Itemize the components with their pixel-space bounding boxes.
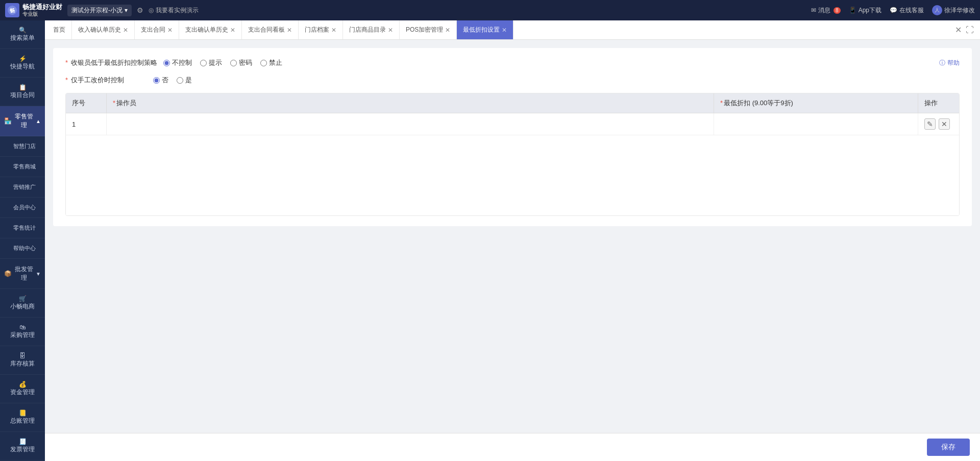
tab-close-all-icon[interactable]: ✕ — [955, 25, 962, 35]
sidebar: 🔍 搜索菜单 ⚡ 快捷导航 📋 项目合同 🏪 零售管理 ▲ 智慧门店 零售商城 … — [0, 20, 45, 461]
ledger-icon: 📒 — [4, 409, 41, 417]
tab-min-discount-close[interactable]: ✕ — [502, 27, 507, 34]
message-badge: 8 — [834, 7, 841, 14]
tab-store-file-close[interactable]: ✕ — [331, 27, 336, 34]
edit-row-btn[interactable]: ✎ — [924, 118, 936, 130]
sidebar-item-ecommerce[interactable]: 🛒 小畅电商 — [0, 289, 45, 318]
service-icon: 💬 — [890, 7, 897, 14]
tab-payment-history[interactable]: 支出确认单历史 ✕ — [179, 20, 242, 40]
shortcut-icon: ⚡ — [4, 55, 41, 62]
policy-required-star: * — [65, 59, 68, 66]
form-card: * 收银员低于最低折扣控制策略 不控制 提示 — [53, 48, 972, 226]
manual-yes[interactable]: 是 — [177, 76, 192, 85]
tab-payment-history-close[interactable]: ✕ — [230, 27, 235, 34]
sidebar-item-retail-stats[interactable]: 零售统计 — [0, 218, 45, 238]
tab-pos-manage-close[interactable]: ✕ — [445, 27, 450, 34]
settings-icon[interactable]: ⚙ — [137, 6, 143, 14]
main-layout: 🔍 搜索菜单 ⚡ 快捷导航 📋 项目合同 🏪 零售管理 ▲ 智慧门店 零售商城 … — [0, 20, 980, 461]
table-body: 1 ✎ ✕ — [66, 113, 959, 215]
col-operator: *操作员 — [107, 93, 714, 113]
sidebar-label-shortcut: 快捷导航 — [4, 62, 41, 71]
policy-password[interactable]: 密码 — [230, 58, 252, 67]
sidebar-item-purchase[interactable]: 🛍 采购管理 — [0, 318, 45, 346]
policy-no-control[interactable]: 不控制 — [163, 58, 192, 67]
tab-home[interactable]: 首页 — [47, 20, 72, 40]
tab-bar: 首页 收入确认单历史 ✕ 支出合同 ✕ 支出确认单历史 ✕ 支出合同看板 ✕ 门… — [45, 20, 980, 40]
sidebar-item-ledger[interactable]: 📒 总账管理 — [0, 403, 45, 432]
tab-min-discount[interactable]: 最低折扣设置 ✕ — [457, 20, 513, 40]
td-operator — [107, 113, 714, 135]
tab-expand-icon[interactable]: ⛶ — [966, 26, 974, 35]
discount-table: 序号 *操作员 *最低折扣 (9.00等于9折) 操作 1 — [65, 93, 960, 216]
message-action[interactable]: ✉ 消息 8 — [811, 6, 841, 15]
manual-required-star: * — [65, 76, 68, 84]
sidebar-label-retail-mall: 零售商城 — [8, 163, 41, 171]
sidebar-label-ecommerce: 小畅电商 — [4, 302, 41, 311]
manual-radio-group: 否 是 — [153, 76, 192, 85]
tab-payment-contract[interactable]: 支出合同 ✕ — [135, 20, 179, 40]
sidebar-item-invoice[interactable]: 🧾 发票管理 — [0, 432, 45, 460]
sidebar-item-smart-store[interactable]: 智慧门店 — [0, 136, 45, 157]
sidebar-label-member: 会员中心 — [8, 204, 41, 211]
svg-text:畅: 畅 — [10, 8, 15, 13]
tab-payment-history-label: 支出确认单历史 — [185, 26, 228, 34]
sidebar-item-member[interactable]: 会员中心 — [0, 198, 45, 218]
sidebar-item-shortcut[interactable]: ⚡ 快捷导航 — [0, 49, 45, 78]
delete-row-btn[interactable]: ✕ — [939, 118, 950, 130]
save-button[interactable]: 保存 — [927, 439, 970, 456]
sidebar-item-inventory[interactable]: 🗄 库存核算 — [0, 346, 45, 375]
policy-row: * 收银员低于最低折扣控制策略 不控制 提示 — [65, 58, 960, 67]
sidebar-item-retail-mall[interactable]: 零售商城 — [0, 157, 45, 177]
search-icon: 🔍 — [4, 27, 41, 34]
download-icon: 📱 — [849, 7, 856, 14]
sidebar-label-capital: 资金管理 — [4, 388, 41, 397]
tab-payment-board[interactable]: 支出合同看板 ✕ — [242, 20, 299, 40]
user-action[interactable]: 人 徐泽华修改 — [932, 5, 975, 15]
project-selector[interactable]: 测试分开宗程-小况 ▾ — [67, 5, 132, 16]
retail-arrow-icon: ▲ — [36, 118, 41, 124]
logo-text: 畅捷通好业财 专业版 — [22, 3, 62, 17]
manual-no[interactable]: 否 — [153, 76, 168, 85]
manual-label: * 仅手工改价时控制 — [65, 76, 147, 85]
manual-row: * 仅手工改价时控制 否 是 — [65, 76, 960, 85]
sidebar-item-retail[interactable]: 🏪 零售管理 ▲ — [0, 106, 45, 136]
inventory-icon: 🗄 — [4, 352, 41, 359]
tab-pos-manage-label: POS加密管理 — [406, 26, 443, 34]
help-link[interactable]: ⓘ 帮助 — [939, 59, 960, 67]
tab-income-history-close[interactable]: ✕ — [123, 27, 128, 34]
online-service-action[interactable]: 💬 在线客服 — [890, 6, 924, 15]
sidebar-label-invoice: 发票管理 — [4, 445, 41, 454]
policy-prompt[interactable]: 提示 — [200, 58, 222, 67]
tab-store-catalog-close[interactable]: ✕ — [388, 27, 393, 34]
tab-income-history[interactable]: 收入确认单历史 ✕ — [72, 20, 135, 40]
invoice-icon: 🧾 — [4, 438, 41, 445]
tab-income-history-label: 收入确认单历史 — [78, 26, 121, 34]
policy-forbid[interactable]: 禁止 — [260, 58, 282, 67]
col-action: 操作 — [918, 93, 959, 113]
sidebar-item-search[interactable]: 🔍 搜索菜单 — [0, 20, 45, 49]
sidebar-item-marketing[interactable]: 营销推广 — [0, 177, 45, 198]
tab-pos-manage[interactable]: POS加密管理 ✕ — [400, 20, 457, 40]
demo-link[interactable]: ◎ 我要看实例演示 — [149, 6, 199, 15]
ecommerce-icon: 🛒 — [4, 295, 41, 302]
tab-payment-contract-label: 支出合同 — [141, 26, 165, 34]
sidebar-item-wholesale[interactable]: 📦 批发管理 ▼ — [0, 259, 45, 289]
sidebar-item-help[interactable]: 帮助中心 — [0, 238, 45, 259]
td-seq: 1 — [66, 113, 107, 135]
app-download-action[interactable]: 📱 App下载 — [849, 6, 881, 15]
content-area: 首页 收入确认单历史 ✕ 支出合同 ✕ 支出确认单历史 ✕ 支出合同看板 ✕ 门… — [45, 20, 980, 461]
tab-store-file[interactable]: 门店档案 ✕ — [299, 20, 343, 40]
sidebar-label-help: 帮助中心 — [8, 245, 41, 252]
logo-icon: 畅 — [5, 3, 19, 17]
sidebar-item-capital[interactable]: 💰 资金管理 — [0, 375, 45, 403]
sidebar-label-wholesale: 批发管理 — [14, 265, 34, 282]
col-min-discount: *最低折扣 (9.00等于9折) — [714, 93, 918, 113]
tab-store-catalog[interactable]: 门店商品目录 ✕ — [343, 20, 400, 40]
wholesale-icon: 📦 — [4, 270, 12, 277]
tab-payment-contract-close[interactable]: ✕ — [167, 27, 173, 34]
sidebar-item-project[interactable]: 📋 项目合同 — [0, 78, 45, 106]
logo-area: 畅 畅捷通好业财 专业版 — [5, 3, 62, 17]
table-header: 序号 *操作员 *最低折扣 (9.00等于9折) 操作 — [66, 93, 959, 113]
sidebar-label-search: 搜索菜单 — [4, 34, 41, 42]
tab-payment-board-close[interactable]: ✕ — [287, 27, 292, 34]
